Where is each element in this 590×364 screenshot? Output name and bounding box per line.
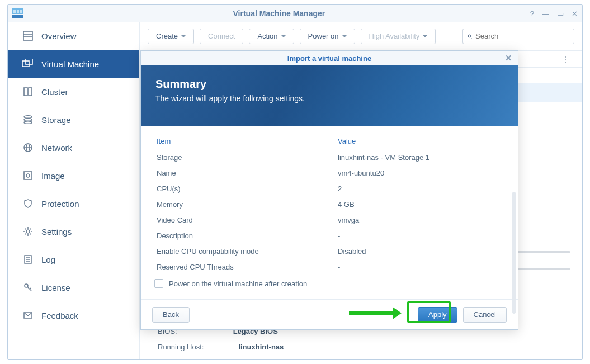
protection-icon <box>22 198 34 209</box>
sidebar-item-label: Image <box>41 171 65 181</box>
sidebar-item-label: Overview <box>41 31 77 41</box>
back-button[interactable]: Back <box>152 307 190 323</box>
cluster-icon <box>22 86 34 97</box>
poweron-label: Power on the virtual machine after creat… <box>169 280 307 288</box>
summary-subtitle: The wizard will apply the following sett… <box>155 94 503 103</box>
toolbar: Create Connect Action Power on High Avai… <box>140 22 582 51</box>
minimize-icon[interactable]: — <box>542 10 549 18</box>
svg-rect-2 <box>13 10 16 13</box>
vm-icon <box>22 58 34 69</box>
app-icon <box>12 8 23 18</box>
svg-point-14 <box>24 121 32 124</box>
network-icon <box>22 142 34 153</box>
import-vm-dialog: Import a virtual machine ✕ Summary The w… <box>140 50 518 330</box>
sidebar-item-settings[interactable]: Settings <box>8 218 139 245</box>
table-row: Namevm4-ubuntu20 <box>152 165 507 181</box>
sidebar-item-label: Protection <box>41 199 79 209</box>
hdr-item: Item <box>152 137 336 145</box>
summary-table-header: Item Value <box>152 134 507 149</box>
sidebar-item-label: Network <box>41 143 72 153</box>
sidebar-item-storage[interactable]: Storage <box>8 106 139 134</box>
col-menu-icon[interactable]: ⋮ <box>562 55 569 63</box>
dialog-banner: Summary The wizard will apply the follow… <box>141 65 518 126</box>
running-host-label: Running Host: <box>158 339 204 354</box>
sidebar-item-label: Cluster <box>41 87 68 97</box>
sidebar-item-label: Log <box>41 255 55 264</box>
window-title: Virtual Machine Manager <box>28 9 530 18</box>
svg-line-27 <box>30 288 31 289</box>
hdr-value: Value <box>336 137 507 145</box>
progress-bar <box>515 251 570 253</box>
action-button[interactable]: Action <box>249 29 294 44</box>
sidebar: Overview Virtual Machine Cluster Storage… <box>8 22 140 359</box>
power-button[interactable]: Power on <box>300 29 355 44</box>
connect-button[interactable]: Connect <box>200 29 243 44</box>
svg-rect-10 <box>24 88 27 96</box>
sidebar-item-network[interactable]: Network <box>8 134 139 162</box>
svg-point-13 <box>24 119 32 121</box>
table-row: Description- <box>152 228 507 243</box>
apply-button[interactable]: Apply <box>418 307 457 323</box>
help-icon[interactable]: ? <box>530 10 534 18</box>
progress-bar <box>515 268 570 270</box>
search-field[interactable] <box>475 32 569 40</box>
key-icon <box>22 282 34 293</box>
svg-point-29 <box>468 35 471 37</box>
svg-rect-4 <box>20 10 22 13</box>
table-row: CPU(s)2 <box>152 181 507 196</box>
sidebar-item-overview[interactable]: Overview <box>8 22 139 50</box>
image-icon <box>22 170 34 181</box>
dialog-close-icon[interactable]: ✕ <box>505 53 512 63</box>
svg-rect-18 <box>24 172 32 179</box>
feedback-icon <box>22 310 34 321</box>
chevron-down-icon <box>181 35 186 37</box>
cancel-button[interactable]: Cancel <box>463 307 507 323</box>
poweron-checkbox-row: Power on the virtual machine after creat… <box>152 279 507 288</box>
sidebar-item-label: Virtual Machine <box>41 59 99 69</box>
poweron-checkbox[interactable] <box>154 279 163 288</box>
overview-icon <box>22 30 34 41</box>
sidebar-item-image[interactable]: Image <box>8 162 139 190</box>
maximize-icon[interactable]: ▭ <box>557 10 564 18</box>
table-row: Storagelinuxhint-nas - VM Storage 1 <box>152 149 507 165</box>
summary-table: Item Value Storagelinuxhint-nas - VM Sto… <box>152 134 507 275</box>
sidebar-item-cluster[interactable]: Cluster <box>8 78 139 106</box>
sidebar-item-label: Storage <box>41 115 71 125</box>
svg-point-12 <box>24 116 32 119</box>
sidebar-item-feedback[interactable]: Feedback <box>8 301 139 329</box>
table-row: Memory4 GB <box>152 196 507 212</box>
svg-point-20 <box>26 230 30 233</box>
search-icon <box>468 32 472 40</box>
sidebar-item-label: License <box>41 283 70 292</box>
chevron-down-icon <box>281 35 286 37</box>
svg-line-30 <box>470 37 471 38</box>
svg-point-19 <box>26 174 30 177</box>
storage-icon <box>22 114 34 125</box>
svg-rect-3 <box>17 10 19 13</box>
dialog-titlebar: Import a virtual machine ✕ <box>141 51 518 65</box>
dialog-body: Item Value Storagelinuxhint-nas - VM Sto… <box>141 126 518 299</box>
svg-rect-11 <box>29 88 32 96</box>
svg-rect-5 <box>23 31 32 40</box>
ha-button[interactable]: High Availability <box>361 29 436 44</box>
table-row: Enable CPU compatibility modeDisabled <box>152 243 507 259</box>
titlebar: Virtual Machine Manager ? — ▭ ✕ <box>8 5 582 22</box>
running-host-value: linuxhint-nas <box>238 339 284 354</box>
gear-icon <box>22 226 34 237</box>
search-input[interactable] <box>462 29 574 44</box>
sidebar-item-log[interactable]: Log <box>8 245 139 273</box>
table-row: Reserved CPU Threads- <box>152 259 507 275</box>
dialog-title: Import a virtual machine <box>287 54 371 63</box>
sidebar-item-label: Settings <box>41 227 72 237</box>
create-button[interactable]: Create <box>148 29 194 44</box>
sidebar-item-license[interactable]: License <box>8 273 139 301</box>
scrollbar[interactable] <box>512 192 516 314</box>
sidebar-item-virtual-machine[interactable]: Virtual Machine <box>8 50 139 78</box>
dialog-footer: Back Apply Cancel <box>141 299 518 329</box>
chevron-down-icon <box>342 35 347 37</box>
sidebar-item-protection[interactable]: Protection <box>8 190 139 218</box>
chevron-down-icon <box>423 35 427 37</box>
table-row: Video Cardvmvga <box>152 212 507 228</box>
close-icon[interactable]: ✕ <box>572 10 578 18</box>
sidebar-item-label: Feedback <box>41 311 78 320</box>
